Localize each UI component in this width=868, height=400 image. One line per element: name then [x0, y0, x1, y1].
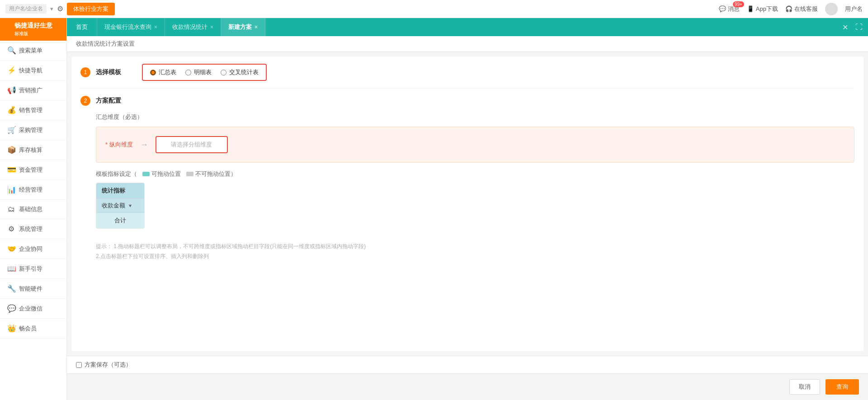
page-content: 收款情况统计方案设置 1 选择模板 汇总表 明细表 — [67, 36, 868, 400]
step1-badge: 1 — [80, 67, 90, 77]
sidebar-label-basic-info: 基础信息 — [19, 205, 42, 213]
user-name: 用户名 — [845, 5, 863, 13]
hardware-icon: 🔧 — [7, 284, 15, 293]
sidebar-label-corp-collab: 企业协同 — [19, 245, 42, 253]
stats-column-row: 收款金额 ▾ 合计 — [96, 199, 144, 228]
sidebar-item-finance[interactable]: 💳 资金管理 — [0, 160, 66, 180]
sidebar-label-marketing: 营销推广 — [19, 86, 42, 94]
sidebar-label-system: 系统管理 — [19, 225, 42, 233]
main-layout: 畅捷通好生意 标准版 🔍 搜索菜单 ⚡ 快捷导航 📢 营销推广 💰 销售管理 🛒… — [0, 18, 868, 400]
metrics-header: 模板指标设定（ 可拖动位置 不可拖动位置） — [96, 170, 854, 178]
radio-detail-label: 明细表 — [194, 68, 212, 76]
tab-cashflow[interactable]: 现金银行流水查询 × — [97, 18, 165, 36]
sidebar-item-member[interactable]: 👑 畅会员 — [0, 319, 66, 339]
tab-close-all-icon[interactable]: ✕ — [840, 21, 850, 33]
radio-summary[interactable]: 汇总表 — [150, 68, 176, 76]
arrow-icon: → — [140, 140, 148, 150]
sidebar-item-inventory[interactable]: 📦 库存核算 — [0, 140, 66, 160]
sidebar-label-weixin: 企业微信 — [19, 305, 42, 313]
settings-icon[interactable]: ⚙ — [57, 5, 63, 13]
purchase-icon: 🛒 — [7, 126, 15, 134]
dimension-placeholder: 请选择分组维度 — [171, 141, 212, 149]
sidebar-item-newbie[interactable]: 📖 新手引导 — [0, 259, 66, 279]
sidebar-item-corp-collab[interactable]: 🤝 企业协同 — [0, 239, 66, 259]
header-left: 用户名/企业名 ▾ ⚙ 体验行业方案 — [5, 3, 115, 15]
sidebar-item-sales[interactable]: 💰 销售管理 — [0, 100, 66, 120]
radio-detail-input[interactable] — [185, 70, 191, 75]
form-section: 1 选择模板 汇总表 明细表 交叉统计表 — [71, 56, 863, 351]
tab-new-plan-label: 新建方案 — [228, 23, 252, 31]
sidebar-item-hardware[interactable]: 🔧 智能硬件 — [0, 279, 66, 299]
sidebar-item-weixin[interactable]: 💬 企业微信 — [0, 299, 66, 319]
sidebar-item-quicknav[interactable]: ⚡ 快捷导航 — [0, 61, 66, 80]
tab-collection-stats-close[interactable]: × — [210, 24, 213, 30]
sidebar-item-management[interactable]: 📊 经营管理 — [0, 180, 66, 200]
save-option[interactable]: 方案保存（可选） — [76, 361, 132, 369]
dimension-area: * 纵向维度 → 请选择分组维度 — [96, 127, 854, 163]
online-service[interactable]: 🎧 在线客服 — [785, 5, 818, 13]
sidebar-item-marketing[interactable]: 📢 营销推广 — [0, 80, 66, 100]
download-icon: 📱 — [747, 5, 754, 12]
page-title-bar: 收款情况统计方案设置 — [67, 36, 868, 52]
page-title: 收款情况统计方案设置 — [76, 40, 135, 47]
radio-summary-label: 汇总表 — [159, 68, 176, 76]
top-header: 用户名/企业名 ▾ ⚙ 体验行业方案 💬 99+ 消息 📱 App下载 🎧 在线… — [0, 0, 868, 18]
sidebar-item-system[interactable]: ⚙ 系统管理 — [0, 219, 66, 239]
query-button[interactable]: 查询 — [826, 379, 859, 395]
user-avatar[interactable] — [825, 3, 838, 15]
template-select-row: 汇总表 明细表 交叉统计表 — [142, 64, 267, 81]
sidebar-item-purchase[interactable]: 🛒 采购管理 — [0, 120, 66, 140]
tab-new-plan[interactable]: 新建方案 × — [221, 18, 265, 36]
notification-wrapper[interactable]: 💬 99+ 消息 — [719, 5, 740, 13]
tab-cashflow-close[interactable]: × — [154, 24, 157, 30]
breadcrumb-dropdown[interactable]: ▾ — [50, 5, 53, 12]
tab-collection-stats[interactable]: 收款情况统计 × — [165, 18, 221, 36]
radio-cross-input[interactable] — [221, 70, 226, 75]
notification-icon: 💬 — [719, 5, 726, 12]
tab-home[interactable]: 首页 — [67, 18, 97, 36]
cancel-button[interactable]: 取消 — [789, 379, 820, 395]
radio-summary-input[interactable] — [150, 70, 156, 75]
content-area: 首页 现金银行流水查询 × 收款情况统计 × 新建方案 × ✕ ⛶ — [67, 18, 868, 400]
tab-new-plan-close[interactable]: × — [255, 24, 258, 30]
footer-buttons: 取消 查询 — [67, 373, 868, 400]
basic-info-icon: 🗂 — [7, 205, 15, 213]
dimension-selector[interactable]: 请选择分组维度 — [156, 136, 228, 153]
save-checkbox-input[interactable] — [76, 362, 82, 368]
quicknav-icon: ⚡ — [7, 66, 15, 75]
breadcrumb: 用户名/企业名 — [5, 4, 47, 14]
member-icon: 👑 — [7, 324, 15, 333]
dimension-required-label: * 纵向维度 — [105, 141, 133, 149]
tab-expand-icon[interactable]: ⛶ — [854, 21, 864, 33]
radio-cross[interactable]: 交叉统计表 — [221, 68, 259, 76]
sidebar-label-finance: 资金管理 — [19, 166, 42, 174]
trial-button[interactable]: 体验行业方案 — [67, 3, 115, 15]
sales-icon: 💰 — [7, 106, 15, 114]
logo-text: 畅捷通好生意 — [14, 22, 52, 30]
sidebar-label-management: 经营管理 — [19, 186, 42, 194]
tip-1: 提示： 1.拖动标题栏可以调整布局，不可跨维度或指标区域拖动栏目字段(只能在同一… — [96, 242, 854, 252]
stats-column-chevron[interactable]: ▾ — [129, 202, 132, 209]
stats-row-label: 合计 — [114, 217, 126, 224]
tab-bar-actions: ✕ ⛶ — [840, 21, 864, 33]
sidebar-label-inventory: 库存核算 — [19, 146, 42, 154]
draggable-box — [142, 172, 150, 176]
sidebar-label-sales: 销售管理 — [19, 106, 42, 114]
step1-label: 选择模板 — [96, 68, 121, 76]
sidebar-logo: 畅捷通好生意 标准版 — [0, 18, 66, 41]
download-label: App下载 — [756, 5, 778, 13]
marketing-icon: 📢 — [7, 86, 15, 94]
radio-detail[interactable]: 明细表 — [185, 68, 212, 76]
finance-icon: 💳 — [7, 165, 15, 174]
save-label: 方案保存（可选） — [85, 361, 132, 369]
sidebar-item-search[interactable]: 🔍 搜索菜单 — [0, 41, 66, 61]
app-download[interactable]: 📱 App下载 — [747, 5, 778, 13]
stats-column-label: 收款金额 — [102, 202, 125, 210]
sidebar-label-purchase: 采购管理 — [19, 126, 42, 134]
sidebar: 畅捷通好生意 标准版 🔍 搜索菜单 ⚡ 快捷导航 📢 营销推广 💰 销售管理 🛒… — [0, 18, 67, 400]
search-icon: 🔍 — [7, 46, 15, 55]
weixin-icon: 💬 — [7, 304, 15, 313]
sidebar-label-newbie: 新手引导 — [19, 265, 42, 273]
step2-badge: 2 — [80, 96, 90, 106]
sidebar-item-basic-info[interactable]: 🗂 基础信息 — [0, 200, 66, 219]
